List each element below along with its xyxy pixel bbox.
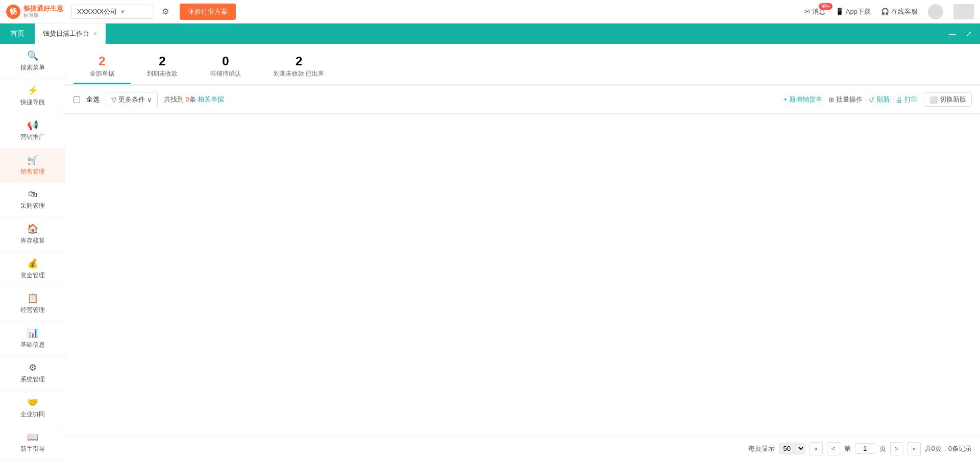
stat-tab-overdue[interactable]: 2 到期未收款: [131, 50, 194, 84]
batch-label: 批量操作: [836, 95, 863, 104]
switch-label: 切换新版: [940, 95, 966, 104]
sidebar-quick-nav-label: 快捷导航: [20, 98, 45, 107]
stat-shipped-label: 到期未收款 已出库: [274, 69, 324, 78]
sidebar-item-system[interactable]: ⚙ 系统管理: [0, 356, 65, 391]
sidebar-marketing-label: 营销推广: [20, 133, 45, 141]
new-sales-order-button[interactable]: + 新增销货单: [783, 95, 822, 104]
stat-tab-pending[interactable]: 0 旺铺待确认: [194, 50, 257, 84]
stat-pending-label: 旺铺待确认: [210, 69, 241, 78]
search-icon: 🔍: [27, 50, 38, 61]
stat-all-label: 全部单据: [90, 69, 114, 78]
stat-tab-all[interactable]: 2 全部单据: [74, 50, 131, 84]
logo-text: 畅捷通好生意 标准版: [23, 5, 63, 19]
sidebar-item-finance[interactable]: 💰 资金管理: [0, 252, 65, 286]
user-name-area[interactable]: [953, 4, 974, 19]
marketing-icon: 📢: [27, 119, 38, 131]
new-sales-order-label: + 新增销货单: [783, 95, 822, 104]
sidebar-item-guide[interactable]: 📖 新手引导: [0, 425, 65, 460]
page-number-input[interactable]: [855, 443, 875, 454]
prev-page-button[interactable]: <: [827, 442, 840, 455]
print-button[interactable]: 🖨 打印: [896, 95, 918, 104]
system-icon: ⚙: [29, 362, 37, 373]
headset-icon: 🎧: [881, 8, 889, 15]
tab-close-icon[interactable]: ×: [93, 30, 97, 37]
sidebar-item-basic-info[interactable]: 📊 基础信息: [0, 321, 65, 356]
sidebar-item-enterprise[interactable]: 🤝 企业协同: [0, 391, 65, 425]
filter-label: 更多条件: [118, 95, 145, 104]
batch-operation-button[interactable]: ⊞ 批量操作: [828, 95, 863, 104]
logo-icon: 畅: [6, 5, 20, 19]
sales-icon: 🛒: [27, 154, 38, 165]
avatar[interactable]: [928, 4, 943, 19]
next-page-button[interactable]: >: [890, 442, 903, 455]
message-button[interactable]: ✉ 消息 99+: [804, 7, 825, 16]
settings-button[interactable]: ⚙: [157, 4, 174, 20]
sidebar-item-inventory[interactable]: 🏠 库存核算: [0, 217, 65, 252]
main-layout: 🔍 搜索菜单 ⚡ 快捷导航 📢 营销推广 🛒 销售管理 🛍 采购管理 🏠 库存核…: [0, 44, 980, 460]
message-icon: ✉: [804, 8, 810, 15]
top-header: 畅 畅捷通好生意 标准版 XXXXXX公司 ▼ ⚙ 体验行业方案 ✉ 消息 99…: [0, 0, 980, 23]
sidebar-sales-label: 销售管理: [20, 167, 45, 176]
sidebar-item-search[interactable]: 🔍 搜索菜单: [0, 44, 65, 79]
sidebar-item-marketing[interactable]: 📢 营销推广: [0, 113, 65, 148]
basic-info-icon: 📊: [27, 327, 38, 338]
select-all-checkbox[interactable]: [74, 96, 80, 103]
guide-icon: 📖: [27, 431, 38, 443]
switch-icon: ⬜: [929, 96, 938, 104]
content-area: 2 全部单据 2 到期未收款 0 旺铺待确认 2 到期未收款 已出库 全选 ▽ …: [65, 44, 980, 460]
trial-button[interactable]: 体验行业方案: [180, 4, 236, 20]
sidebar-item-operations[interactable]: 📋 经营管理: [0, 286, 65, 321]
print-icon: 🖨: [896, 96, 902, 104]
sidebar-search-label: 搜索菜单: [20, 63, 45, 72]
header-right: ✉ 消息 99+ 📱 App下载 🎧 在线客服: [804, 4, 974, 19]
app-download-button[interactable]: 📱 App下载: [836, 7, 871, 16]
per-page-select[interactable]: 50 100 200: [779, 443, 805, 454]
sidebar-guide-label: 新手引导: [20, 445, 45, 453]
tab-maximize-button[interactable]: ⤢: [962, 27, 976, 41]
sidebar-enterprise-label: 企业协同: [20, 410, 45, 419]
total-records-label: 共0页，0条记录: [925, 444, 972, 453]
last-page-button[interactable]: »: [908, 442, 921, 455]
tab-bar-right: — ⤢: [945, 23, 980, 44]
app-download-icon: 📱: [836, 8, 844, 15]
related-orders-link[interactable]: 相关单据: [198, 95, 224, 103]
print-label: 打印: [904, 95, 918, 104]
sidebar-item-sales[interactable]: 🛒 销售管理: [0, 148, 65, 183]
enterprise-icon: 🤝: [27, 397, 38, 408]
sidebar-basic-info-label: 基础信息: [20, 341, 45, 349]
refresh-icon: ↺: [869, 96, 874, 104]
select-all-label: 全选: [86, 95, 100, 104]
company-selector[interactable]: XXXXXX公司 ▼: [71, 5, 153, 19]
tab-bar: 首页 钱货日清工作台 × — ⤢: [0, 23, 980, 44]
sidebar-item-purchase[interactable]: 🛍 采购管理: [0, 183, 65, 217]
stat-all-count: 2: [99, 54, 105, 68]
company-name: XXXXXX公司: [77, 7, 117, 16]
filter-arrow-icon: ∨: [147, 96, 152, 104]
tab-minimize-button[interactable]: —: [945, 27, 960, 41]
stat-tab-shipped[interactable]: 2 到期未收款 已出库: [257, 50, 340, 84]
batch-icon: ⊞: [828, 96, 834, 104]
pagination: 每页显示 50 100 200 « < 第 页 > » 共0页，0条记录: [65, 437, 980, 460]
online-service-label: 在线客服: [891, 7, 918, 16]
sidebar-inventory-label: 库存核算: [20, 236, 45, 245]
first-page-button[interactable]: «: [810, 442, 823, 455]
stat-shipped-count: 2: [296, 54, 302, 68]
refresh-button[interactable]: ↺ 刷新: [869, 95, 890, 104]
online-service-button[interactable]: 🎧 在线客服: [881, 7, 918, 16]
purchase-icon: 🛍: [28, 189, 37, 200]
message-badge: 99+: [819, 3, 832, 10]
stat-pending-count: 0: [222, 54, 229, 68]
switch-version-button[interactable]: ⬜ 切换新版: [924, 92, 972, 107]
tab-home[interactable]: 首页: [0, 23, 35, 44]
sidebar-purchase-label: 采购管理: [20, 202, 45, 210]
sidebar-system-label: 系统管理: [20, 375, 45, 384]
filter-button[interactable]: ▽ 更多条件 ∨: [106, 92, 158, 107]
tab-active[interactable]: 钱货日清工作台 ×: [35, 23, 106, 44]
finance-icon: 💰: [27, 258, 38, 269]
sidebar-operations-label: 经营管理: [20, 306, 45, 314]
sidebar: 🔍 搜索菜单 ⚡ 快捷导航 📢 营销推广 🛒 销售管理 🛍 采购管理 🏠 库存核…: [0, 44, 65, 460]
sidebar-item-quick-nav[interactable]: ⚡ 快捷导航: [0, 79, 65, 113]
stat-overdue-count: 2: [159, 54, 165, 68]
page-end-label: 页: [879, 444, 886, 453]
refresh-label: 刷新: [876, 95, 890, 104]
